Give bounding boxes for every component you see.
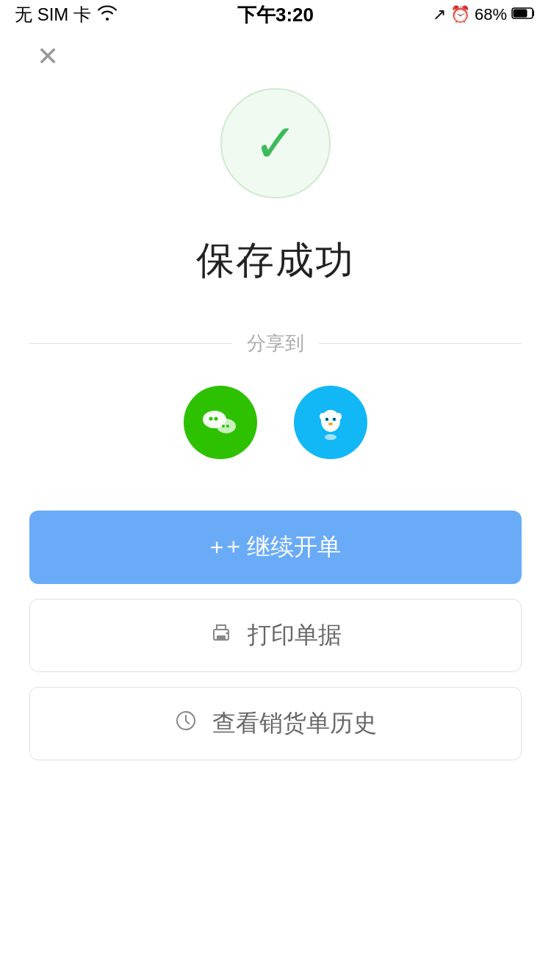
history-label: 查看销货单历史 bbox=[212, 707, 377, 740]
svg-point-4 bbox=[215, 417, 218, 421]
print-label: 打印单据 bbox=[248, 619, 342, 652]
continue-order-label: + 继续开单 bbox=[227, 531, 342, 563]
wifi-icon bbox=[97, 4, 118, 25]
svg-rect-1 bbox=[514, 10, 527, 18]
view-history-button[interactable]: 查看销货单历史 bbox=[29, 687, 522, 760]
svg-rect-18 bbox=[217, 635, 226, 640]
svg-point-12 bbox=[326, 418, 328, 419]
status-right-icons: ↗ ⏰ 68% bbox=[433, 5, 536, 24]
svg-point-8 bbox=[321, 410, 340, 432]
share-divider: 分享到 bbox=[0, 331, 551, 356]
svg-point-19 bbox=[226, 633, 228, 635]
svg-point-6 bbox=[222, 425, 225, 428]
alarm-icon: ⏰ bbox=[450, 5, 470, 24]
plus-icon: + bbox=[210, 534, 224, 561]
wechat-share-button[interactable] bbox=[184, 386, 257, 459]
divider-line-right bbox=[319, 343, 522, 344]
share-label: 分享到 bbox=[247, 331, 304, 356]
svg-point-3 bbox=[209, 417, 213, 421]
carrier-label: 无 SIM 卡 bbox=[15, 3, 91, 26]
action-buttons: + + 继续开单 打印单据 查看销货单历史 bbox=[0, 511, 551, 760]
status-time: 下午3:20 bbox=[237, 2, 314, 28]
svg-point-13 bbox=[334, 418, 335, 419]
close-button[interactable]: ✕ bbox=[29, 38, 66, 75]
continue-order-button[interactable]: + + 继续开单 bbox=[29, 511, 522, 584]
success-title: 保存成功 bbox=[196, 235, 355, 287]
success-icon-circle: ✓ bbox=[220, 88, 331, 198]
share-icons-row bbox=[184, 386, 367, 459]
wechat-icon bbox=[198, 400, 242, 444]
location-icon: ↗ bbox=[433, 5, 446, 24]
print-button[interactable]: 打印单据 bbox=[29, 599, 522, 672]
print-icon bbox=[209, 621, 233, 650]
battery-icon bbox=[511, 5, 536, 24]
qq-share-button[interactable] bbox=[294, 386, 367, 459]
status-carrier: 无 SIM 卡 bbox=[15, 3, 118, 26]
status-bar: 无 SIM 卡 下午3:20 ↗ ⏰ 68% bbox=[0, 0, 551, 29]
svg-point-15 bbox=[320, 413, 325, 420]
qq-icon bbox=[309, 400, 353, 444]
svg-point-14 bbox=[328, 422, 333, 425]
history-icon bbox=[174, 709, 198, 738]
svg-point-7 bbox=[226, 425, 229, 428]
svg-point-16 bbox=[336, 413, 342, 420]
close-icon: ✕ bbox=[37, 43, 59, 70]
checkmark-icon: ✓ bbox=[253, 117, 298, 170]
svg-point-9 bbox=[325, 434, 336, 440]
battery-label: 68% bbox=[475, 5, 507, 24]
main-content: ✓ 保存成功 分享到 bbox=[0, 29, 551, 760]
divider-line-left bbox=[29, 343, 232, 344]
